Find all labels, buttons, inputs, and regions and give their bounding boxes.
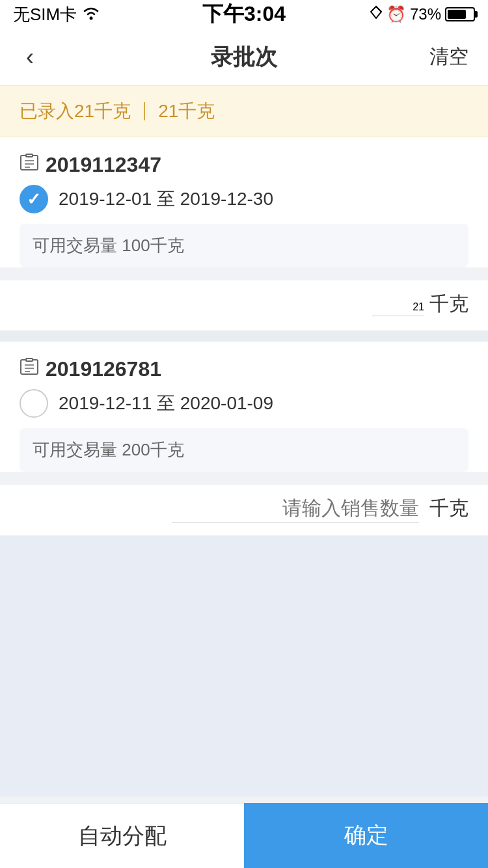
confirm-button[interactable]: 确定 — [244, 803, 488, 868]
batch-2-header: 2019126781 — [20, 357, 468, 381]
batch-1-unit: 千克 — [429, 291, 468, 318]
summary-value: 21千克 — [158, 99, 215, 124]
batch-1-avail: 可用交易量 100千克 — [20, 224, 468, 267]
wifi-icon — [82, 5, 100, 25]
empty-area — [0, 536, 488, 796]
batch-2-icon — [20, 357, 39, 381]
batch-1-quantity-row: 21 千克 — [0, 280, 488, 331]
bottom-bar: 自动分配 确定 — [0, 803, 488, 868]
batch-1-date: 2019-12-01 至 2019-12-30 — [59, 187, 273, 211]
auto-distribute-button[interactable]: 自动分配 — [0, 803, 244, 868]
battery-percent: 73% — [410, 5, 441, 23]
page-title: 录批次 — [211, 42, 277, 72]
svg-point-0 — [90, 16, 93, 20]
summary-label: 已录入21千克 — [20, 99, 131, 124]
carrier-text: 无SIM卡 — [13, 3, 77, 26]
svg-rect-2 — [26, 154, 33, 157]
status-right: ⏰ 73% — [370, 5, 475, 23]
batch-card-1: 2019112347 2019-12-01 至 2019-12-30 可用交易量… — [0, 137, 488, 267]
clear-button[interactable]: 清空 — [429, 44, 468, 70]
batch-1-quantity-value[interactable]: 21 — [372, 301, 424, 316]
batch-2-quantity-input[interactable] — [172, 497, 419, 522]
batch-2-id: 2019126781 — [46, 357, 161, 381]
section-gap — [0, 331, 488, 342]
batch-2-radio[interactable] — [20, 389, 48, 418]
batch-card-2: 2019126781 2019-12-11 至 2020-01-09 可用交易量… — [0, 342, 488, 472]
summary-bar: 已录入21千克 21千克 — [0, 86, 488, 137]
back-button[interactable]: ‹ — [20, 37, 40, 77]
nav-bar: ‹ 录批次 清空 — [0, 29, 488, 86]
status-left: 无SIM卡 — [13, 3, 100, 26]
batch-2-date-row: 2019-12-11 至 2020-01-09 — [20, 389, 468, 418]
batch-1-icon — [20, 153, 39, 177]
summary-divider — [144, 102, 145, 120]
batch-1-date-row: 2019-12-01 至 2019-12-30 — [20, 185, 468, 213]
batch-2-input-row: 千克 — [0, 485, 488, 536]
location-icon — [370, 5, 383, 23]
batch-2-avail: 可用交易量 200千克 — [20, 428, 468, 472]
batch-1-header: 2019112347 — [20, 153, 468, 177]
status-bar: 无SIM卡 下午3:04 ⏰ 73% — [0, 0, 488, 29]
batch-1-radio[interactable] — [20, 185, 48, 213]
battery-icon — [445, 7, 475, 21]
alarm-icon: ⏰ — [386, 5, 406, 23]
status-time: 下午3:04 — [202, 0, 286, 29]
batch-2-unit: 千克 — [429, 495, 468, 522]
batch-1-id: 2019112347 — [46, 153, 161, 177]
svg-rect-7 — [26, 359, 33, 361]
batch-2-date: 2019-12-11 至 2020-01-09 — [59, 391, 273, 416]
